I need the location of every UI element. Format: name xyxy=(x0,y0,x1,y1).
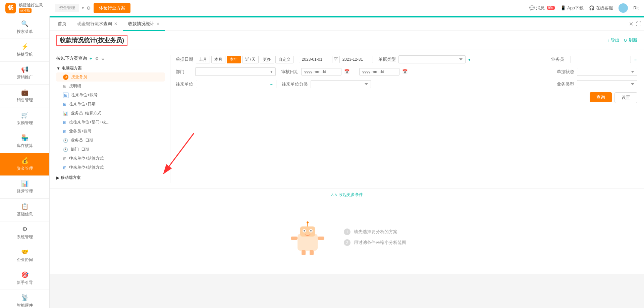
topbar-gear-icon[interactable]: ⚙ xyxy=(87,5,91,11)
tab-collection-stats-close[interactable]: ✕ xyxy=(156,21,160,26)
trial-button[interactable]: 体验行业方案 xyxy=(94,3,130,13)
scheme-item-by-staff[interactable]: ↺ 按业务员 xyxy=(56,72,165,82)
sidebar-item-capital[interactable]: 💰 资金管理 xyxy=(0,153,49,176)
sidebar-item-quick-nav[interactable]: ⚡ 快捷导航 xyxy=(0,39,49,62)
scheme-group-mobile: ▶ 移动端方案 xyxy=(56,173,165,182)
tab-home[interactable]: 首页 xyxy=(52,17,72,31)
tab-close-all-icon[interactable]: ✕ xyxy=(629,21,633,27)
tab-bank-flow-close[interactable]: ✕ xyxy=(114,21,117,26)
svg-rect-7 xyxy=(318,237,324,240)
empty-tip-1: 1 请先选择要分析的方案 xyxy=(344,228,406,235)
tip-number-1: 1 xyxy=(344,228,351,235)
sidebar-item-smart-hw[interactable]: 📡 智能硬件 xyxy=(0,290,49,308)
scheme-item-partner-dept-collect[interactable]: ⊞ 按往来单位+部门+收... xyxy=(56,118,165,127)
audit-date-start-input[interactable] xyxy=(301,68,341,75)
sidebar-item-search-menu[interactable]: 🔍 搜索菜单 xyxy=(0,16,49,39)
staff-input[interactable] xyxy=(571,56,631,63)
search-menu-icon: 🔍 xyxy=(21,20,29,28)
scheme-collapse-icon[interactable]: « xyxy=(102,56,104,61)
sidebar-item-operations[interactable]: 📊 经营管理 xyxy=(0,176,49,199)
sidebar-item-sales[interactable]: 💼 销售管理 xyxy=(0,85,49,107)
topbar-middle: 资金管理 ▾ ⚙ 体验行业方案 xyxy=(55,3,529,13)
page-header-right: ↑ 导出 ↻ 刷新 xyxy=(607,37,638,43)
date-range-separator: 至 xyxy=(334,56,338,62)
tab-maximize-icon[interactable]: ⛶ xyxy=(636,21,641,27)
filter-item-biz-type: 业务类型 xyxy=(557,80,637,88)
partner-category-select[interactable] xyxy=(311,80,371,88)
scheme-item-partner-account[interactable]: ⊞ 往来单位+账号 xyxy=(56,91,165,100)
scheme-label-partner-settle2: 往来单位+结算方式 xyxy=(69,165,104,170)
filter-item-partner: 往来单位 ··· xyxy=(176,80,276,88)
tab-bar: 首页 现金银行流水查询 ✕ 收款情况统计 ✕ ✕ ⛶ xyxy=(50,17,644,31)
scheme-item-partner-settle[interactable]: ⊞ 往来单位+结算方式 xyxy=(56,154,165,163)
message-icon: 💬 xyxy=(529,5,535,10)
partner-more-icon[interactable]: ··· xyxy=(270,82,273,87)
scheme-item-staff-account[interactable]: ⊞ 业务员+账号 xyxy=(56,127,165,136)
date-btn-last-month[interactable]: 上月 xyxy=(196,56,210,63)
scheme-icon-staff: ↺ xyxy=(63,74,68,80)
audit-date-end-input[interactable] xyxy=(359,68,399,75)
sidebar-item-basic[interactable]: 📋 基础信息 xyxy=(0,199,49,221)
scheme-icon-partner-dept: ⊞ xyxy=(63,120,66,125)
scheme-item-staff-settle[interactable]: 📊 业务员+结算方式 xyxy=(56,109,165,118)
staff-more-icon[interactable]: ··· xyxy=(634,57,637,62)
scheme-label-partner-settle: 往来单位+结算方式 xyxy=(69,156,104,161)
sidebar-item-label-search: 搜索菜单 xyxy=(17,29,33,35)
scheme-add-icon[interactable]: + xyxy=(90,56,92,61)
tab-collection-stats[interactable]: 收款情况统计 ✕ xyxy=(123,17,165,31)
settings-button[interactable]: 设置 xyxy=(614,92,637,103)
audit-date-end-calendar-icon[interactable]: 📅 xyxy=(402,69,408,74)
scheme-item-partner-settle2[interactable]: ⊞ 往来单位+结算方式 xyxy=(56,163,165,172)
warehouse-icon: 🏪 xyxy=(21,134,29,142)
date-btn-this-month[interactable]: 本月 xyxy=(211,56,225,63)
partner-input-wrapper[interactable]: ··· xyxy=(196,80,276,88)
online-service-btn[interactable]: 🎧 在线客服 xyxy=(589,5,613,11)
date-start-input[interactable] xyxy=(299,56,332,63)
export-button[interactable]: ↑ 导出 xyxy=(607,37,620,43)
marketing-icon: 📢 xyxy=(21,66,29,73)
guide-icon: 🎯 xyxy=(21,271,29,278)
topbar-chevron-icon[interactable]: ▾ xyxy=(82,6,84,10)
headset-icon: 🎧 xyxy=(589,5,594,10)
app-download-btn[interactable]: 📱 App下载 xyxy=(560,5,584,11)
doc-status-select[interactable] xyxy=(577,68,637,76)
tab-bank-flow[interactable]: 现金银行流水查询 ✕ xyxy=(72,17,123,31)
scheme-label-by-detail: 按明细 xyxy=(69,83,81,89)
audit-date-row: 📅 — 📅 xyxy=(301,68,408,75)
scheme-group-desktop-title[interactable]: ▼ 电脑端方案 xyxy=(56,64,165,72)
scheme-label-staff-account: 业务员+账号 xyxy=(69,129,92,134)
sidebar-item-system[interactable]: ⚙ 系统管理 xyxy=(0,221,49,244)
biz-type-select[interactable] xyxy=(577,80,637,88)
main-layout: 🔍 搜索菜单 ⚡ 快捷导航 📢 营销推广 💼 销售管理 🛒 采购管理 🏪 库存核… xyxy=(0,16,644,308)
date-end-input[interactable] xyxy=(339,56,373,63)
date-btn-more[interactable]: 更多 xyxy=(260,56,274,63)
sidebar-item-corp-coop[interactable]: 🤝 企业协同 xyxy=(0,244,49,267)
doc-type-more-icon[interactable]: ▾ xyxy=(468,57,471,62)
scheme-item-dept-date[interactable]: 🕐 部门+日期 xyxy=(56,145,165,154)
sidebar-item-purchase[interactable]: 🛒 采购管理 xyxy=(0,107,49,130)
message-badge: 99+ xyxy=(547,6,555,10)
user-avatar[interactable] xyxy=(619,3,628,13)
sidebar-item-marketing[interactable]: 📢 营销推广 xyxy=(0,62,49,85)
date-btn-this-year[interactable]: 本年 xyxy=(227,56,241,63)
doc-type-select[interactable] xyxy=(398,55,466,63)
sidebar-item-guide[interactable]: 🎯 新手引导 xyxy=(0,267,49,290)
sidebar-item-label-warehouse: 库存核算 xyxy=(17,143,33,149)
filter-item-staff: 业务员 ··· xyxy=(551,56,637,63)
refresh-button[interactable]: ↻ 刷新 xyxy=(624,37,637,43)
scheme-gear-icon[interactable]: ⚙ xyxy=(95,56,99,61)
scheme-group-mobile-title[interactable]: ▶ 移动端方案 xyxy=(56,173,165,182)
collapse-bar[interactable]: ∧∧ 收起更多条件 xyxy=(50,189,644,200)
scheme-item-by-detail[interactable]: ⊞ 按明细 xyxy=(56,82,165,91)
app-icon: 📱 xyxy=(560,5,566,10)
date-btn-custom[interactable]: 自定义 xyxy=(275,56,293,63)
date-btn-7days[interactable]: 近7天 xyxy=(242,56,259,63)
dept-select-wrapper[interactable]: ▾ xyxy=(195,67,276,76)
scheme-item-staff-date[interactable]: 🕐 业务员+日期 xyxy=(56,136,165,145)
audit-date-start-calendar-icon[interactable]: 📅 xyxy=(344,69,350,74)
scheme-item-partner-date[interactable]: ⊞ 往来单位+日期 xyxy=(56,100,165,109)
tip-text-2: 用过滤条件来缩小分析范围 xyxy=(354,240,406,246)
query-button[interactable]: 查询 xyxy=(590,92,612,102)
sidebar-item-warehouse[interactable]: 🏪 库存核算 xyxy=(0,130,49,153)
message-btn[interactable]: 💬 消息 99+ xyxy=(529,5,555,11)
